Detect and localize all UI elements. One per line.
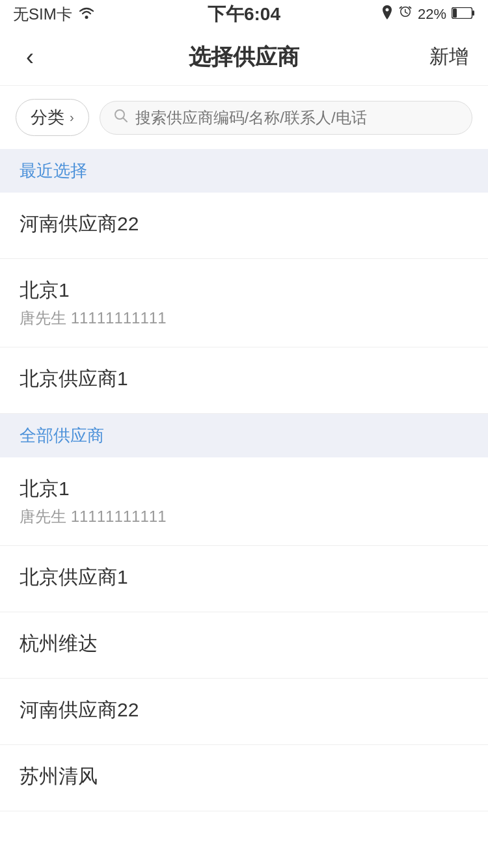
section-header-all: 全部供应商 — [0, 414, 488, 457]
alarm-icon — [398, 5, 413, 23]
status-left: 无SIM卡 — [13, 4, 96, 25]
supplier-name: 河南供应商22 — [20, 697, 468, 724]
supplier-name: 杭州维达 — [20, 631, 468, 657]
list-item[interactable]: 苏州清风 — [0, 745, 488, 811]
svg-point-0 — [85, 16, 88, 19]
wifi-icon — [77, 5, 96, 23]
svg-rect-2 — [453, 8, 457, 18]
carrier-text: 无SIM卡 — [13, 4, 72, 25]
search-box — [100, 101, 472, 135]
list-item[interactable]: 河南供应商22 — [0, 193, 488, 259]
supplier-name: 北京供应商1 — [20, 366, 468, 392]
category-button[interactable]: 分类 › — [16, 99, 89, 136]
battery-text: 22% — [418, 6, 446, 23]
status-bar: 无SIM卡 下午6:04 22% — [0, 0, 488, 29]
supplier-name: 河南供应商22 — [20, 211, 468, 237]
status-right: 22% — [381, 5, 475, 23]
battery-icon — [452, 6, 475, 23]
supplier-name: 北京1 — [20, 277, 468, 304]
svg-rect-3 — [472, 10, 474, 16]
section-header-recent: 最近选择 — [0, 149, 488, 193]
supplier-name: 苏州清风 — [20, 763, 468, 790]
list-item[interactable]: 河南供应商22 — [0, 679, 488, 745]
search-icon — [113, 108, 129, 128]
nav-bar: ‹ 选择供应商 新增 — [0, 29, 488, 86]
new-action-button[interactable]: 新增 — [429, 44, 468, 70]
status-time: 下午6:04 — [208, 2, 280, 27]
list-item[interactable]: 北京供应商1 — [0, 546, 488, 612]
supplier-sub: 唐先生 11111111111 — [20, 308, 468, 329]
list-item[interactable]: 北京供应商1 — [0, 347, 488, 414]
back-button[interactable]: ‹ — [20, 37, 40, 77]
list-item[interactable]: 北京1唐先生 11111111111 — [0, 457, 488, 546]
supplier-name: 北京供应商1 — [20, 564, 468, 591]
category-label: 分类 — [31, 106, 64, 129]
supplier-list: 最近选择河南供应商22北京1唐先生 11111111111北京供应商1全部供应商… — [0, 149, 488, 811]
chevron-right-icon: › — [70, 110, 74, 125]
page-title: 选择供应商 — [189, 42, 299, 72]
supplier-name: 北京1 — [20, 476, 468, 502]
list-item[interactable]: 北京1唐先生 11111111111 — [0, 259, 488, 347]
search-input[interactable] — [135, 109, 459, 127]
filter-row: 分类 › — [0, 86, 488, 149]
location-icon — [381, 5, 393, 23]
supplier-sub: 唐先生 11111111111 — [20, 506, 468, 527]
svg-line-5 — [123, 118, 127, 122]
list-item[interactable]: 杭州维达 — [0, 612, 488, 679]
